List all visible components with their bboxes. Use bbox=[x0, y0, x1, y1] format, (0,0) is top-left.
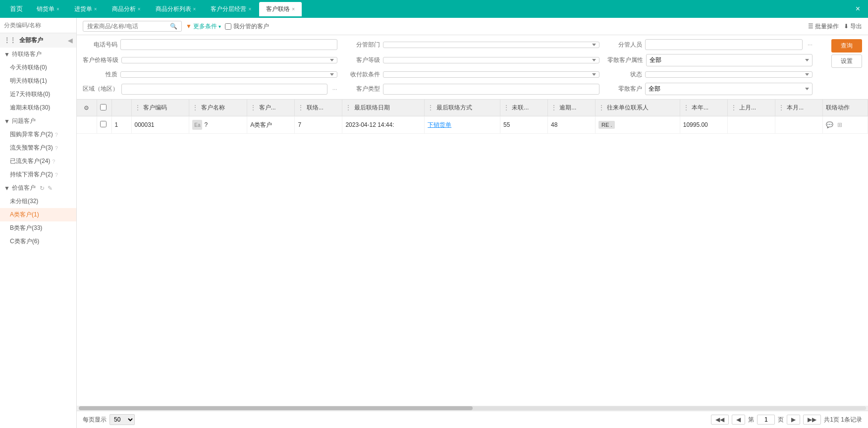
main-search-bar[interactable]: 🔍 bbox=[83, 21, 182, 32]
all-customers-header[interactable]: ⋮⋮ 全部客户 ◀ bbox=[0, 33, 76, 48]
nav-home[interactable]: 首页 bbox=[4, 1, 29, 16]
nav-tab-analysis-close[interactable]: × bbox=[138, 6, 141, 12]
nav-tab-customer-contact-close[interactable]: × bbox=[292, 6, 295, 12]
table-settings-icon[interactable]: ⚙ bbox=[81, 105, 93, 111]
retail-attr-label: 零散客户属性 bbox=[607, 56, 643, 64]
nature-select[interactable] bbox=[120, 71, 337, 78]
sidebar-item-churn-warning[interactable]: 流失预警客户(3) ? bbox=[0, 141, 76, 155]
nav-tab-analysis-list-close[interactable]: × bbox=[193, 6, 196, 12]
th-overdue[interactable]: ⋮ 逾期... bbox=[548, 100, 596, 116]
sidebar-item-7days[interactable]: 近7天待联络(0) bbox=[0, 88, 76, 101]
value-refresh-icon[interactable]: ↻ bbox=[40, 185, 45, 192]
dept-select[interactable] bbox=[383, 42, 600, 48]
manager-more-icon[interactable]: ··· bbox=[808, 41, 813, 48]
next-page-btn[interactable]: ▶ bbox=[787, 415, 800, 425]
select-all-checkbox[interactable] bbox=[100, 104, 107, 110]
class-b-label: B类客户(33) bbox=[10, 224, 42, 232]
qr-icon[interactable]: ⊞ bbox=[837, 121, 842, 128]
th-name[interactable]: ⋮ 客户名称 bbox=[189, 100, 247, 116]
th-type[interactable]: ⋮ 客户... bbox=[247, 100, 295, 116]
price-level-select[interactable] bbox=[121, 57, 337, 63]
th-checkbox[interactable] bbox=[97, 100, 111, 116]
more-filter-chevron: ▾ bbox=[218, 24, 221, 29]
customer-type-input[interactable] bbox=[383, 84, 600, 95]
payment-select[interactable] bbox=[383, 71, 600, 78]
last-method-link[interactable]: 下销货单 bbox=[428, 121, 451, 128]
nav-tab-customer-layer[interactable]: 客户分层经营 × bbox=[204, 2, 258, 16]
th-no-contact[interactable]: ⋮ 未联... bbox=[500, 100, 547, 116]
settings-button[interactable]: 设置 bbox=[831, 54, 862, 68]
sidebar-group-problem[interactable]: ▼ 问题客户 bbox=[0, 114, 76, 128]
sidebar-item-overdue[interactable]: 逾期未联络(30) bbox=[0, 101, 76, 114]
th-last-date[interactable]: ⋮ 最后联络日期 bbox=[342, 100, 425, 116]
row-checkbox[interactable] bbox=[100, 121, 107, 127]
sidebar-item-today[interactable]: 今天待联络(0) bbox=[0, 61, 76, 74]
retail-attr-select[interactable]: 全部 bbox=[646, 54, 813, 66]
query-button[interactable]: 查询 bbox=[831, 39, 862, 53]
my-customers-checkbox[interactable] bbox=[225, 23, 231, 30]
sidebar-group-pending[interactable]: ▼ 待联络客户 bbox=[0, 48, 76, 61]
customer-avatar: Ea bbox=[192, 120, 202, 130]
per-page-select[interactable]: 50 100 200 bbox=[109, 414, 135, 425]
sidebar-item-abnormal[interactable]: 囤购异常客户(2) ? bbox=[0, 128, 76, 141]
nav-tab-purchase[interactable]: 进货单 × bbox=[67, 2, 104, 16]
sidebar-group-value[interactable]: ▼ 价值客户 ↻ ✎ bbox=[0, 181, 76, 195]
status-select[interactable] bbox=[645, 71, 813, 78]
scrollbar-track[interactable] bbox=[79, 406, 866, 410]
th-this-month[interactable]: ⋮ 本月... bbox=[775, 100, 822, 116]
sidebar-collapse-btn[interactable]: ◀ bbox=[68, 37, 72, 44]
payment-chevron-icon bbox=[592, 73, 596, 76]
manager-input[interactable] bbox=[645, 39, 803, 50]
th-name-label: 客户名称 bbox=[201, 104, 225, 111]
th-settings[interactable]: ⚙ bbox=[77, 100, 97, 116]
sidebar-item-unclassified[interactable]: 未分组(32) bbox=[0, 195, 76, 208]
sidebar-item-class-a[interactable]: A类客户(1) bbox=[0, 208, 76, 221]
more-filter-btn[interactable]: ▼ 更多条件 ▾ bbox=[186, 22, 221, 31]
nav-tab-purchase-close[interactable]: × bbox=[94, 6, 97, 12]
my-customers-check[interactable]: 我分管的客户 bbox=[225, 22, 269, 31]
th-code[interactable]: ⋮ 客户编码 bbox=[131, 100, 189, 116]
chat-icon[interactable]: 💬 bbox=[826, 121, 833, 128]
sidebar-item-churned[interactable]: 已流失客户(24) ? bbox=[0, 155, 76, 168]
th-last-method[interactable]: ⋮ 最后联络方式 bbox=[425, 100, 500, 116]
th-contact-person[interactable]: ⋮ 往来单位联系人 bbox=[596, 100, 680, 116]
page-input[interactable] bbox=[757, 415, 775, 425]
th-contact[interactable]: ⋮ 联络... bbox=[295, 100, 342, 116]
nav-tab-analysis-list[interactable]: 商品分析列表 × bbox=[149, 2, 203, 16]
sidebar-item-declining[interactable]: 持续下滑客户(2) ? bbox=[0, 168, 76, 181]
nav-tab-analysis[interactable]: 商品分析 × bbox=[105, 2, 148, 16]
customer-level-chevron-icon bbox=[592, 59, 596, 61]
prev-page-btn[interactable]: ◀ bbox=[732, 415, 745, 425]
table-container[interactable]: ⚙ ⋮ 客户编码 ⋮ 客户名称 bbox=[77, 100, 868, 406]
th-last-month[interactable]: ⋮ 上月... bbox=[727, 100, 775, 116]
last-page-btn[interactable]: ▶▶ bbox=[803, 415, 821, 425]
region-more-icon[interactable]: ··· bbox=[332, 86, 337, 93]
export-btn[interactable]: ⬇ 导出 bbox=[844, 22, 862, 31]
nav-tab-sales-close[interactable]: × bbox=[56, 6, 59, 12]
customer-level-select[interactable] bbox=[383, 57, 600, 63]
first-page-btn[interactable]: ◀◀ bbox=[711, 415, 729, 425]
sidebar-search-bar[interactable]: 🔍 bbox=[0, 18, 76, 33]
nav-tab-customer-layer-close[interactable]: × bbox=[248, 6, 251, 12]
td-checkbox[interactable] bbox=[97, 116, 111, 134]
scrollbar-thumb[interactable] bbox=[79, 406, 473, 410]
nav-tab-sales[interactable]: 销货单 × bbox=[30, 2, 66, 16]
phone-input[interactable] bbox=[120, 39, 337, 50]
td-type: A类客户 bbox=[247, 116, 295, 134]
sidebar-item-class-b[interactable]: B类客户(33) bbox=[0, 221, 76, 235]
th-this-year[interactable]: ⋮ 本年... bbox=[680, 100, 727, 116]
main-search-input[interactable] bbox=[87, 23, 168, 30]
close-all-button[interactable]: × bbox=[852, 2, 864, 15]
td-last-method[interactable]: 下销货单 bbox=[425, 116, 500, 134]
nav-tab-customer-contact[interactable]: 客户联络 × bbox=[259, 2, 302, 16]
sidebar-search-input[interactable] bbox=[4, 22, 77, 29]
retail-select[interactable]: 全部 bbox=[645, 83, 813, 95]
horizontal-scrollbar[interactable] bbox=[77, 406, 868, 411]
batch-op-btn[interactable]: ☰ 批量操作 bbox=[808, 22, 839, 31]
sidebar-item-tomorrow[interactable]: 明天待联络(1) bbox=[0, 74, 76, 88]
filter-row-payment: 收付款条件 bbox=[345, 70, 600, 79]
region-input[interactable] bbox=[121, 84, 327, 95]
sidebar-item-class-c[interactable]: C类客户(6) bbox=[0, 235, 76, 248]
main-search-icon[interactable]: 🔍 bbox=[170, 23, 177, 30]
value-edit-icon[interactable]: ✎ bbox=[48, 185, 53, 192]
